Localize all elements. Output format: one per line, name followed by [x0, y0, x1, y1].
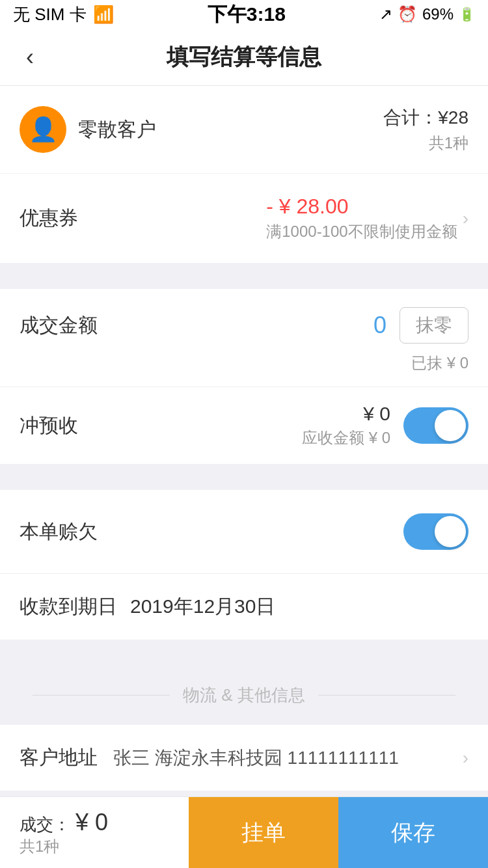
advance-row: 冲预收 ¥ 0 应收金额 ¥ 0 — [0, 387, 488, 464]
advance-right: ¥ 0 应收金额 ¥ 0 — [302, 403, 468, 448]
hang-button[interactable]: 挂单 — [189, 797, 338, 869]
chevron-right-icon: › — [463, 208, 468, 229]
due-date-row: 收款到期日 2019年12月30日 — [0, 573, 488, 640]
advance-amount-block: ¥ 0 应收金额 ¥ 0 — [302, 403, 390, 448]
address-chevron-icon: › — [463, 748, 468, 768]
alarm-icon: ⏰ — [398, 5, 417, 23]
transaction-right: 0 抹零 — [373, 307, 468, 344]
customer-row: 👤 零散客户 合计：¥28 共1种 — [0, 86, 488, 173]
logistics-section: 物流 & 其他信息 — [0, 666, 488, 725]
wifi-icon: 📶 — [93, 5, 114, 25]
location-icon: ↗ — [379, 5, 392, 23]
divider-3 — [0, 640, 488, 653]
battery-icon: 🔋 — [459, 7, 475, 22]
coupon-label: 优惠券 — [20, 205, 78, 232]
advance-main: ¥ 0 — [302, 403, 390, 425]
transaction-sub: 已抹 ¥ 0 — [0, 350, 488, 387]
total-label: 合计：¥28 — [383, 105, 468, 130]
deal-count: 共1种 — [20, 836, 169, 857]
due-date-label: 收款到期日 — [20, 593, 117, 620]
credit-section: 本单赊欠 收款到期日 2019年12月30日 — [0, 490, 488, 640]
address-row[interactable]: 客户地址 张三 海淀永丰科技园 11111111111 › — [0, 725, 488, 791]
status-bar: 无 SIM 卡 📶 下午3:18 ↗ ⏰ 69% 🔋 — [0, 0, 488, 29]
save-button[interactable]: 保存 — [338, 797, 488, 869]
deal-row: 成交： ¥ 0 — [20, 809, 169, 836]
advance-sub: 应收金额 ¥ 0 — [302, 427, 390, 448]
bottom-info: 成交： ¥ 0 共1种 — [0, 809, 189, 857]
bottom-bar: 成交： ¥ 0 共1种 挂单 保存 — [0, 796, 488, 868]
coupon-condition: 满1000-100不限制使用金额 — [266, 221, 457, 242]
address-value: 张三 海淀永丰科技园 11111111111 — [113, 746, 399, 770]
address-left: 客户地址 张三 海淀永丰科技园 11111111111 — [20, 744, 399, 771]
status-right: ↗ ⏰ 69% 🔋 — [379, 5, 475, 23]
status-left: 无 SIM 卡 📶 — [13, 3, 114, 26]
content: 👤 零散客户 合计：¥28 共1种 优惠券 - ¥ 28.00 满1000-10… — [0, 86, 488, 868]
coupon-right: - ¥ 28.00 满1000-100不限制使用金额 › — [266, 195, 468, 242]
divider-2 — [0, 477, 488, 490]
page-title: 填写结算等信息 — [167, 42, 321, 72]
customer-section: 👤 零散客户 合计：¥28 共1种 优惠券 - ¥ 28.00 满1000-10… — [0, 86, 488, 263]
transaction-row: 成交金额 0 抹零 — [0, 289, 488, 350]
logistics-header: 物流 & 其他信息 — [0, 666, 488, 725]
divider-1 — [0, 276, 488, 289]
advance-toggle[interactable] — [403, 407, 468, 444]
battery-label: 69% — [422, 5, 454, 23]
transaction-section: 成交金额 0 抹零 已抹 ¥ 0 冲预收 ¥ 0 应收金额 ¥ 0 — [0, 289, 488, 464]
nav-bar: ‹ 填写结算等信息 — [0, 29, 488, 86]
round-zero-button[interactable]: 抹零 — [400, 307, 468, 344]
avatar: 👤 — [20, 106, 66, 153]
coupon-row[interactable]: 优惠券 - ¥ 28.00 满1000-100不限制使用金额 › — [0, 173, 488, 263]
carrier-label: 无 SIM 卡 — [13, 3, 87, 26]
customer-left: 👤 零散客户 — [20, 106, 156, 153]
avatar-icon: 👤 — [29, 116, 58, 143]
status-time: 下午3:18 — [208, 1, 286, 28]
customer-right: 合计：¥28 共1种 — [383, 105, 468, 154]
transaction-label: 成交金额 — [20, 312, 98, 339]
transaction-value: 0 — [373, 312, 386, 339]
deal-amount: ¥ 0 — [75, 809, 108, 836]
logistics-label: 物流 & 其他信息 — [183, 684, 305, 707]
total-count: 共1种 — [383, 133, 468, 154]
coupon-amount: - ¥ 28.00 — [266, 195, 457, 219]
credit-toggle[interactable] — [403, 513, 468, 550]
advance-label: 冲预收 — [20, 413, 78, 439]
customer-name: 零散客户 — [78, 116, 156, 143]
credit-row: 本单赊欠 — [0, 490, 488, 573]
address-label: 客户地址 — [20, 744, 98, 771]
back-button[interactable]: ‹ — [20, 37, 40, 77]
deal-label: 成交： — [20, 813, 70, 836]
credit-label: 本单赊欠 — [20, 519, 98, 545]
due-date-value: 2019年12月30日 — [130, 593, 275, 620]
coupon-info: - ¥ 28.00 满1000-100不限制使用金额 — [266, 195, 457, 242]
